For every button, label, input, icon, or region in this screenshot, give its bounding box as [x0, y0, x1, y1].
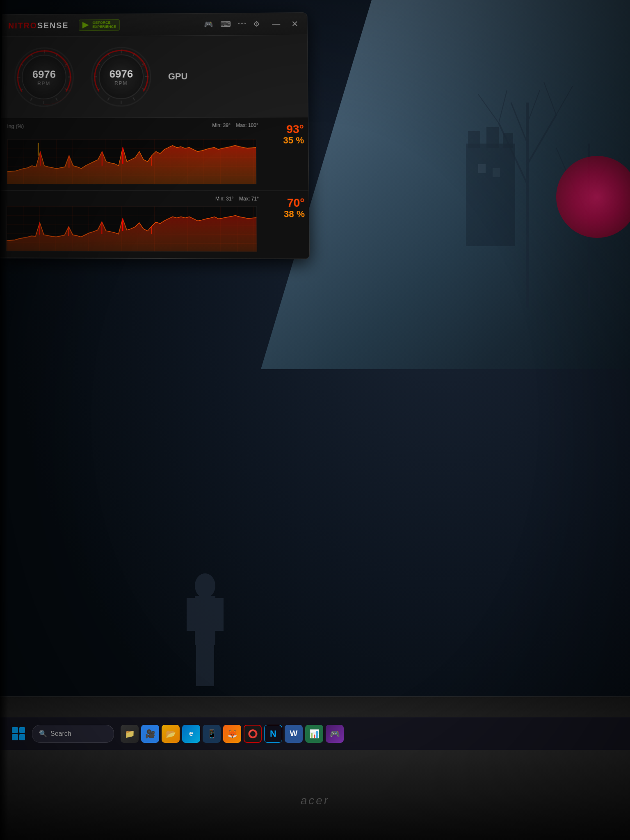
chart-percent-2: 38 % — [284, 209, 305, 219]
edge-icon: e — [189, 729, 193, 738]
svg-line-3 — [499, 90, 507, 123]
taskbar-folder[interactable]: 📂 — [162, 725, 180, 743]
file-explorer-icon: 📁 — [125, 729, 135, 739]
svg-rect-21 — [187, 598, 195, 631]
svg-line-4 — [527, 115, 556, 164]
taskbar-zoom[interactable]: 🎥 — [141, 725, 159, 743]
audio-icon[interactable]: 〰 — [238, 20, 246, 28]
fan-label-2: RPM — [114, 80, 128, 86]
fan-center-1: 6976 RPM — [22, 55, 66, 99]
chart-container-1: ing (%) Min: 39° Max: 100° 93° 35 % — [0, 117, 308, 191]
svg-line-7 — [511, 103, 527, 144]
app1-icon: 📱 — [207, 729, 217, 739]
laptop-brand: acer — [301, 794, 329, 807]
taskbar-circle-app[interactable]: ⭕ — [244, 725, 262, 743]
fan-gauge-1: 6976 RPM — [14, 47, 75, 108]
svg-rect-14 — [468, 131, 480, 148]
excel-icon: 📊 — [309, 729, 320, 739]
svg-rect-24 — [205, 645, 214, 686]
app-logo: NITROSENSE — [8, 21, 69, 30]
chart-area-2 — [6, 206, 257, 252]
window-controls: — ✕ — [270, 18, 301, 30]
gamepad-icon[interactable]: 🎮 — [204, 20, 213, 29]
geforce-badge: GEFORCE EXPERIENCE — [79, 19, 120, 31]
svg-point-19 — [195, 573, 215, 598]
windows-icon-br — [19, 734, 25, 740]
keyboard-icon[interactable]: ⌨ — [220, 20, 231, 29]
svg-line-6 — [544, 82, 556, 115]
nitrosense-window: NITROSENSE GEFORCE EXPERIENCE 🎮 ⌨ 〰 ⚙ — … — [0, 12, 310, 259]
svg-line-44 — [133, 98, 135, 100]
taskbar-excel[interactable]: 📊 — [305, 725, 323, 743]
svg-line-33 — [30, 98, 32, 100]
chart-temp-2: 70° — [284, 197, 305, 209]
chart-minmax-1: Min: 39° Max: 100° — [212, 122, 258, 128]
game-icon: 🎮 — [330, 729, 340, 739]
firefox-icon: 🦊 — [227, 729, 237, 739]
taskbar-edge[interactable]: e — [182, 725, 200, 743]
svg-line-31 — [56, 98, 57, 100]
charts-section: ing (%) Min: 39° Max: 100° 93° 35 % — [0, 117, 309, 259]
title-bar: NITROSENSE GEFORCE EXPERIENCE 🎮 ⌨ 〰 ⚙ — … — [2, 13, 307, 37]
svg-rect-20 — [195, 596, 215, 645]
svg-rect-22 — [215, 598, 224, 631]
title-icons: 🎮 ⌨ 〰 ⚙ — [204, 20, 260, 29]
chart-temp-1: 93° — [283, 123, 304, 135]
fan-section: 6976 RPM — [1, 35, 308, 118]
svg-rect-13 — [466, 144, 515, 246]
svg-line-2 — [478, 94, 499, 123]
windows-icon — [12, 727, 25, 740]
nitrosense-icon: N — [270, 728, 276, 739]
minimize-button[interactable]: — — [270, 18, 282, 30]
svg-rect-18 — [493, 168, 500, 177]
taskbar-nitrosense[interactable]: N — [264, 725, 282, 743]
chart-area-1 — [7, 139, 256, 185]
taskbar-game[interactable]: 🎮 — [326, 725, 344, 743]
gpu-label: GPU — [168, 71, 188, 82]
fan-gauge-2: 6976 RPM — [91, 46, 152, 107]
chart-values-1: 93° 35 % — [283, 123, 304, 146]
geforce-icon — [82, 22, 91, 28]
chart-percent-1: 35 % — [283, 135, 304, 146]
folder-icon: 📂 — [166, 729, 176, 739]
chart-container-2: Min: 31° Max: 71° 70° 38 % — [0, 191, 309, 259]
chart-svg-2 — [7, 206, 257, 251]
start-button[interactable] — [8, 724, 29, 744]
svg-rect-17 — [478, 164, 486, 173]
windows-icon-bl — [12, 734, 18, 740]
fan-label-1: RPM — [37, 80, 50, 86]
svg-line-8 — [527, 90, 540, 123]
taskbar-firefox[interactable]: 🦊 — [223, 725, 241, 743]
svg-rect-15 — [486, 127, 499, 148]
svg-line-5 — [556, 86, 573, 115]
zoom-icon: 🎥 — [145, 729, 155, 739]
taskbar-app1[interactable]: 📱 — [203, 725, 221, 743]
circle-app-icon: ⭕ — [248, 729, 258, 739]
geforce-text: GEFORCE EXPERIENCE — [93, 21, 116, 29]
settings-icon[interactable]: ⚙ — [253, 20, 260, 29]
windows-icon-tr — [19, 727, 25, 733]
chart-minmax-2: Min: 31° Max: 71° — [215, 196, 259, 201]
fan-center-2: 6976 RPM — [99, 54, 144, 99]
taskbar-icons: 📁 🎥 📂 e 📱 🦊 ⭕ N W 📊 🎮 — [121, 725, 344, 743]
word-icon: W — [290, 729, 298, 738]
close-button[interactable]: ✕ — [288, 18, 301, 30]
search-bar[interactable]: 🔍 Search — [32, 725, 114, 743]
taskbar: 🔍 Search 📁 🎥 📂 e 📱 🦊 ⭕ N W � — [0, 717, 630, 750]
search-icon: 🔍 — [39, 730, 47, 737]
windows-icon-tl — [12, 727, 18, 733]
fan-rpm-2: 6976 — [110, 68, 133, 80]
svg-rect-23 — [196, 645, 205, 686]
blur-edge-left — [0, 0, 8, 840]
chart-svg-1 — [7, 139, 256, 184]
search-text: Search — [50, 730, 71, 737]
chart-values-2: 70° 38 % — [284, 197, 305, 220]
fan-rpm-1: 6976 — [32, 68, 56, 81]
taskbar-file-explorer[interactable]: 📁 — [121, 725, 139, 743]
svg-line-46 — [108, 98, 110, 100]
taskbar-word[interactable]: W — [285, 725, 303, 743]
nitro-label: NITROSENSE — [8, 21, 69, 30]
svg-rect-16 — [503, 133, 513, 148]
